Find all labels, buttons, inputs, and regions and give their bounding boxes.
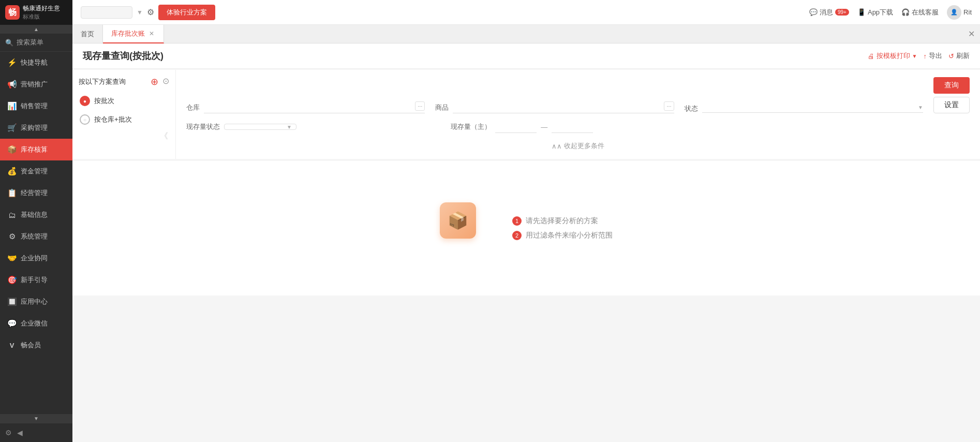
system-icon: ⚙ (7, 232, 17, 241)
topbar-settings-icon[interactable]: ⚙ (147, 7, 154, 17)
filter-main: 仓库 ··· 商品 ··· (176, 70, 980, 159)
empty-icon-box: 📦 (440, 202, 476, 239)
online-service-button[interactable]: 🎧 在线客服 (901, 8, 939, 17)
sidebar-item-finance[interactable]: 💰 资金管理 (0, 160, 72, 182)
tip-text-2: 用过滤条件来缩小分析范围 (526, 231, 613, 240)
finance-icon: 💰 (7, 167, 17, 176)
sidebar-item-label: 基础信息 (21, 210, 48, 219)
sidebar-item-newbie[interactable]: 🎯 新手引导 (0, 269, 72, 291)
phone-icon: 📱 (857, 8, 866, 16)
empty-tip-2: 2 用过滤条件来缩小分析范围 (512, 231, 613, 240)
tab-home-label: 首页 (81, 30, 94, 39)
filter-collapse-arrow[interactable]: 《 (72, 129, 175, 144)
scheme-batch-item[interactable]: ● 按批次 (72, 92, 175, 110)
empty-state-content: 📦 1 请先选择要分析的方案 2 用过滤条件来缩小分析范围 (440, 202, 613, 254)
enterprise-icon: 🤝 (7, 254, 17, 263)
user-avatar: 👤 (947, 5, 961, 20)
messages-label: 消息 (820, 8, 833, 17)
sidebar-search-label: 搜索菜单 (17, 38, 43, 47)
filter-fields-area: 仓库 ··· 商品 ··· (176, 70, 980, 159)
product-label: 商品 (435, 103, 449, 112)
topbar: ▼ ⚙ 体验行业方案 💬 消息 99+ 📱 App下载 🎧 在线客服 👤 (72, 0, 980, 25)
sidebar-item-enterprise[interactable]: 🤝 企业协同 (0, 247, 72, 269)
sidebar-search-item[interactable]: 🔍 搜索菜单 (0, 34, 72, 52)
refresh-icon: ↺ (948, 52, 954, 60)
app-name: 畅康通好生意 (23, 4, 60, 13)
main-area: ▼ ⚙ 体验行业方案 💬 消息 99+ 📱 App下载 🎧 在线客服 👤 (72, 0, 980, 442)
tab-home[interactable]: 首页 (72, 25, 103, 43)
status-label: 状态 (685, 104, 698, 113)
collapse-more-button[interactable]: ∧∧ 收起更多条件 (186, 138, 970, 154)
warehouse-label: 仓库 (186, 103, 200, 112)
sidebar-item-member[interactable]: V 畅会员 (0, 334, 72, 356)
stock-qty-max-input[interactable] (552, 121, 593, 133)
sidebar-item-label: 经营管理 (21, 188, 48, 198)
sidebar-item-system[interactable]: ⚙ 系统管理 (0, 226, 72, 247)
sales-icon: 📊 (7, 101, 17, 111)
export-icon: ↑ (924, 52, 927, 60)
scheme-batch-label: 按批次 (94, 96, 114, 106)
query-button[interactable]: 查询 (933, 77, 970, 94)
messages-button[interactable]: 💬 消息 99+ (809, 8, 849, 17)
filter-sidebar-actions: ⊕ ⊙ (151, 76, 169, 87)
sidebar-item-marketing[interactable]: 📢 营销推广 (0, 73, 72, 95)
close-all-tabs-button[interactable]: ✕ (968, 29, 975, 39)
sidebar-scroll-down[interactable]: ▼ (0, 414, 72, 423)
tab-inventory-batch[interactable]: 库存批次账 ✕ (103, 25, 164, 43)
export-button[interactable]: ↑ 导出 (924, 51, 943, 61)
app-info: 畅康通好生意 标准版 (23, 4, 60, 21)
sidebar-item-operation[interactable]: 📋 经营管理 (0, 182, 72, 204)
apps-icon: 🔲 (7, 297, 17, 306)
add-scheme-icon[interactable]: ⊕ (151, 76, 158, 87)
empty-icon: 📦 (440, 202, 492, 254)
filter-row-2: 现存量状态 ▼ 现存量（主） — (186, 121, 970, 133)
status-select-wrapper[interactable]: ▼ (702, 105, 923, 113)
warehouse-more-button[interactable]: ··· (415, 101, 425, 111)
sidebar-item-inventory[interactable]: 📦 库存核算 (0, 139, 72, 160)
stock-qty-min-input[interactable] (495, 121, 537, 133)
scheme-batch-icon: ● (80, 96, 90, 106)
tip-number-2: 2 (512, 231, 522, 240)
sidebar-item-apps[interactable]: 🔲 应用中心 (0, 291, 72, 313)
empty-tips: 1 请先选择要分析的方案 2 用过滤条件来缩小分析范围 (512, 216, 613, 240)
scheme-warehouse-batch-item[interactable]: ○ 按仓库+批次 (72, 110, 175, 129)
chevron-up-icon: ∧∧ (552, 142, 562, 150)
sidebar-item-quick-nav[interactable]: ⚡ 快捷导航 (0, 52, 72, 73)
sidebar-settings-button[interactable]: ⚙ (5, 429, 12, 437)
sidebar-item-wechat[interactable]: 💬 企业微信 (0, 313, 72, 334)
sidebar-item-label: 应用中心 (21, 297, 48, 306)
product-field: 商品 ··· (435, 101, 674, 113)
stock-status-chevron-icon: ▼ (287, 124, 292, 130)
experience-btn[interactable]: 体验行业方案 (158, 5, 215, 20)
topbar-dropdown-icon[interactable]: ▼ (137, 9, 143, 16)
sidebar-item-label: 系统管理 (21, 232, 48, 241)
user-profile-button[interactable]: 👤 Rit (947, 5, 972, 20)
sidebar-item-label: 采购管理 (21, 123, 48, 132)
basic-icon: 🗂 (7, 210, 17, 219)
app-download-button[interactable]: 📱 App下载 (857, 8, 893, 17)
settings-button[interactable]: 设置 (933, 97, 970, 113)
sidebar-collapse-button[interactable]: ◀ (17, 429, 23, 437)
sidebar-item-basic[interactable]: 🗂 基础信息 (0, 204, 72, 226)
headset-icon: 🎧 (901, 8, 910, 16)
print-icon: 🖨 (868, 52, 874, 60)
topbar-search-input[interactable] (81, 6, 132, 19)
template-print-button[interactable]: 🖨 按模板打印 ▼ (868, 51, 917, 61)
stock-status-select[interactable]: ▼ (224, 124, 296, 130)
purchase-icon: 🛒 (7, 123, 17, 132)
sidebar-item-label: 销售管理 (21, 101, 48, 111)
topbar-right: 💬 消息 99+ 📱 App下载 🎧 在线客服 👤 Rit (809, 5, 972, 20)
sidebar-item-label: 快捷导航 (21, 58, 48, 67)
chevron-down-icon: ▼ (912, 53, 917, 59)
product-more-button[interactable]: ··· (664, 101, 674, 111)
sidebar-item-purchase[interactable]: 🛒 采购管理 (0, 117, 72, 139)
sidebar-scroll-up[interactable]: ▲ (0, 25, 72, 34)
search-icon: 🔍 (5, 39, 13, 47)
sidebar-item-sales[interactable]: 📊 销售管理 (0, 95, 72, 117)
wechat-icon: 💬 (7, 319, 17, 328)
empty-state: 📦 1 请先选择要分析的方案 2 用过滤条件来缩小分析范围 (72, 161, 980, 296)
settings-scheme-icon[interactable]: ⊙ (162, 76, 169, 87)
quick-nav-icon: ⚡ (7, 58, 17, 67)
refresh-button[interactable]: ↺ 刷新 (948, 51, 970, 61)
tab-close-icon[interactable]: ✕ (148, 29, 155, 38)
